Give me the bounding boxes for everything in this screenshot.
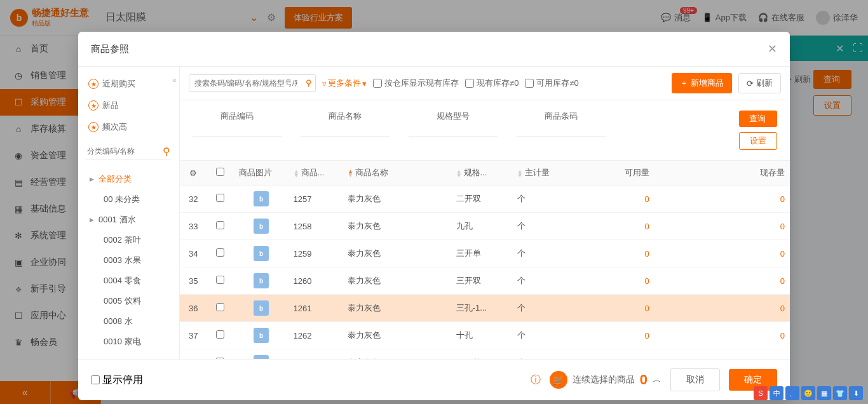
modal-mask [0,0,868,36]
product-reference-modal: 商品参照 ✕ « ★近期购买★新品★频次高 ⚲ ▶全部分类00 未分类▶0001… [78,32,790,36]
